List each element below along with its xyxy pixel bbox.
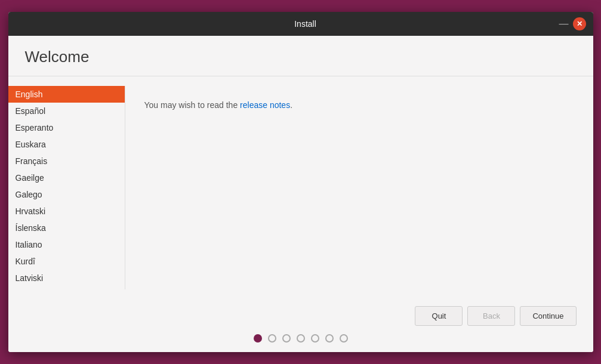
progress-dot-2 [282,334,291,343]
window-controls: — ✕ [560,17,586,30]
continue-button[interactable]: Continue [520,306,576,326]
progress-dot-4 [311,334,319,343]
progress-dot-0 [254,334,262,343]
language-list[interactable]: EnglishEspañolEsperantoEuskaraFrançaisGa… [8,86,125,289]
language-item-italiano[interactable]: Italiano [8,236,125,253]
language-item-galego[interactable]: Galego [8,186,125,203]
footer: Quit Back Continue [8,299,593,352]
content-area: Welcome EnglishEspañolEsperantoEuskaraFr… [8,36,593,352]
install-window: Install — ✕ Welcome EnglishEspañolEspera… [8,12,593,352]
minimize-button[interactable]: — [560,20,568,28]
progress-dot-3 [297,334,305,343]
release-note-suffix: . [290,100,292,110]
release-notes-link[interactable]: release notes [240,100,290,110]
language-item-gaeilge[interactable]: Gaeilge [8,169,125,186]
language-item-latviski[interactable]: Latviski [8,270,125,286]
language-item-euskara[interactable]: Euskara [8,136,125,153]
progress-dot-5 [325,334,334,343]
language-item-français[interactable]: Français [8,153,125,169]
window-title: Install [51,19,560,29]
back-button[interactable]: Back [467,306,515,326]
language-item-kurdî[interactable]: Kurdî [8,253,125,270]
release-note-paragraph: You may wish to read the release notes. [144,100,574,110]
progress-dots [254,334,348,343]
language-item-esperanto[interactable]: Esperanto [8,119,125,136]
right-panel: You may wish to read the release notes. [125,86,593,289]
quit-button[interactable]: Quit [415,306,463,326]
language-item-english[interactable]: English [8,86,125,103]
page-title: Welcome [25,48,577,66]
language-item-hrvatski[interactable]: Hrvatski [8,203,125,220]
titlebar: Install — ✕ [8,12,593,36]
close-button[interactable]: ✕ [573,17,586,30]
release-note-prefix: You may wish to read the [144,100,241,110]
language-item-íslenska[interactable]: Íslenska [8,220,125,236]
main-area: EnglishEspañolEsperantoEuskaraFrançaisGa… [8,76,593,299]
progress-dot-6 [340,334,348,343]
button-row: Quit Back Continue [25,306,577,326]
page-header: Welcome [8,36,593,76]
language-item-español[interactable]: Español [8,103,125,119]
progress-dot-1 [268,334,276,343]
